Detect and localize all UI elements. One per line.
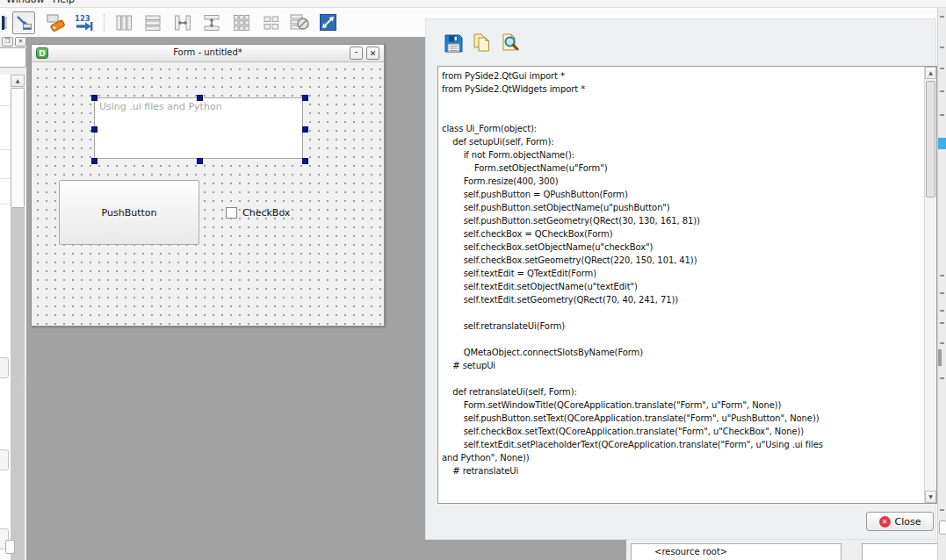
adjust-size-icon[interactable] <box>317 11 340 34</box>
menu-help[interactable]: Help <box>53 0 75 5</box>
selection-handle-w[interactable] <box>91 126 97 133</box>
widget-list-separator <box>0 105 11 106</box>
splitter-vertical-icon[interactable] <box>200 11 223 34</box>
edit-buddies-icon[interactable] <box>45 11 68 34</box>
code-line: self.textEdit.setGeometry(QRect(70, 40, … <box>442 293 922 306</box>
menubar: Window Help <box>0 0 946 8</box>
widget-list-item[interactable] <box>0 449 9 470</box>
pushbutton-widget[interactable]: PushButton <box>59 180 199 245</box>
selection-handle-ne[interactable] <box>302 95 308 101</box>
code-viewer-dialog: from PySide2.QtGui import *from PySide2.… <box>425 18 936 540</box>
selection-handle-s[interactable] <box>197 158 203 164</box>
close-button[interactable]: ✕ Close <box>866 512 934 531</box>
tree-item-fragment <box>940 47 944 48</box>
edit-signals-slots-icon[interactable] <box>12 11 35 34</box>
edit-widgets-icon[interactable] <box>0 11 9 34</box>
selection-handle-nw[interactable] <box>91 95 97 101</box>
widget-filter-input[interactable] <box>0 47 26 68</box>
close-x-icon: ✕ <box>879 516 891 528</box>
scroll-up-icon[interactable]: ▲ <box>11 75 25 87</box>
scroll-down-icon[interactable]: ▼ <box>925 491 936 503</box>
form-window-title: Form - untitled* <box>32 47 384 57</box>
layout-horizontal-icon[interactable] <box>112 11 135 34</box>
code-scrollbar[interactable]: ▲ ▼ <box>924 67 936 503</box>
splitter-handle[interactable] <box>23 375 26 392</box>
code-line: Form.setWindowTitle(QCoreApplication.tra… <box>442 398 922 412</box>
selection-handle-n[interactable] <box>197 95 203 101</box>
selection-handle-se[interactable] <box>302 158 308 164</box>
svg-text:123: 123 <box>75 14 90 23</box>
dock-float-icon[interactable]: ❐ <box>2 37 13 47</box>
textedit-placeholder: Using .ui files and Python <box>99 101 222 112</box>
toolbar-separator <box>104 14 105 32</box>
code-line: self.checkBox.setText(QCoreApplication.t… <box>442 425 922 438</box>
scrollbar-thumb[interactable] <box>926 81 935 197</box>
widget-box-scrollbar[interactable]: ▲ <box>11 75 25 560</box>
tree-item-fragment <box>940 322 944 324</box>
widget-list-separator <box>0 204 11 205</box>
selection-handle-e[interactable] <box>302 126 308 133</box>
minimize-icon[interactable]: - <box>350 47 363 60</box>
code-line: and Python", None)) <box>442 451 922 464</box>
form-canvas[interactable]: Using .ui files and Python PushButton Ch… <box>32 62 384 326</box>
resource-browser-panel: <resource root> <box>626 540 946 560</box>
code-line: Form.setObjectName(u"Form") <box>442 162 922 175</box>
layout-form-icon[interactable] <box>260 11 283 34</box>
break-layout-icon[interactable] <box>288 11 311 34</box>
form-window-titlebar[interactable]: D Form - untitled* - ✕ <box>32 45 384 62</box>
textedit-widget[interactable]: Using .ui files and Python <box>94 97 303 159</box>
code-line: # setupUi <box>442 359 922 372</box>
panel-fragment <box>5 540 15 554</box>
layout-grid-icon[interactable] <box>230 11 253 34</box>
code-lines: from PySide2.QtGui import *from PySide2.… <box>438 67 924 503</box>
resource-preview-pane[interactable] <box>862 543 942 560</box>
code-line <box>442 96 922 109</box>
tree-item-fragment <box>940 68 944 69</box>
code-line: self.pushButton.setGeometry(QRect(30, 13… <box>442 214 922 227</box>
widget-box-panel: ❐ ✕ ▲ <box>0 37 26 560</box>
splitter-horizontal-icon[interactable] <box>171 11 194 34</box>
code-line: def setupUi(self, Form): <box>442 135 922 148</box>
code-line: from PySide2.QtWidgets import * <box>442 83 922 96</box>
code-line: self.pushButton.setText(QCoreApplication… <box>442 412 922 425</box>
checkbox-widget[interactable] <box>226 207 237 219</box>
dock-close-icon[interactable]: ✕ <box>15 37 26 47</box>
code-view[interactable]: from PySide2.QtGui import *from PySide2.… <box>437 66 937 504</box>
code-line: self.checkBox.setObjectName(u"checkBox") <box>442 241 922 254</box>
widget-list-item[interactable] <box>0 357 9 378</box>
tree-item-fragment <box>940 377 944 379</box>
code-line: self.retranslateUi(Form) <box>442 319 922 333</box>
qt-designer-screen: Window Help 123 <box>0 0 946 560</box>
property-editor-sliver <box>937 8 946 560</box>
scrollbar-thumb[interactable] <box>11 88 25 208</box>
selection-handle-sw[interactable] <box>91 158 97 164</box>
tree-item-fragment <box>940 275 944 276</box>
code-line: from PySide2.QtGui import * <box>442 69 922 83</box>
form-designer-window: D Form - untitled* - ✕ Using .ui files a… <box>31 44 385 327</box>
code-line: QMetaObject.connectSlotsByName(Form) <box>442 346 922 359</box>
layout-vertical-icon[interactable] <box>141 11 164 34</box>
tree-selected-row[interactable] <box>938 138 946 149</box>
menu-window[interactable]: Window <box>6 0 44 5</box>
tree-item-fragment <box>940 114 944 116</box>
copy-icon[interactable] <box>471 32 494 54</box>
resource-tree[interactable]: <resource root> <box>631 543 841 560</box>
find-icon[interactable] <box>499 32 522 54</box>
scroll-up-icon[interactable]: ▲ <box>925 67 936 79</box>
widget-list-separator <box>0 149 11 150</box>
widget-box-list[interactable] <box>0 75 11 560</box>
code-line: self.textEdit.setPlaceholderText(QCoreAp… <box>442 438 922 451</box>
code-line <box>442 372 922 385</box>
edit-tab-order-icon[interactable]: 123 <box>72 11 95 34</box>
resource-root-item[interactable]: <resource root> <box>654 547 727 556</box>
save-icon[interactable] <box>442 32 465 54</box>
tree-item-fragment <box>940 90 944 92</box>
close-icon[interactable]: ✕ <box>366 47 379 60</box>
code-line: if not Form.objectName(): <box>442 148 922 162</box>
close-button-label: Close <box>895 516 921 528</box>
widget-list-separator <box>0 178 11 179</box>
tree-item-fragment <box>940 292 944 294</box>
checkbox-label[interactable]: CheckBox <box>242 207 290 219</box>
scrollbar-thumb[interactable] <box>938 349 942 366</box>
code-line <box>442 109 922 122</box>
